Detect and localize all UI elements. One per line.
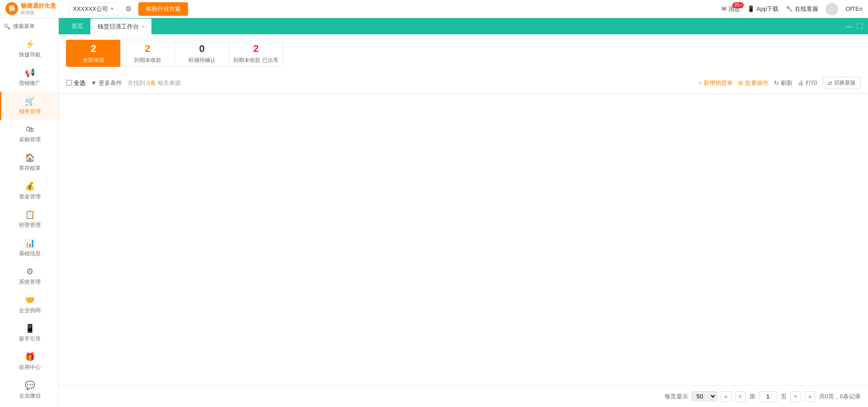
top-header: 畅 畅捷通好生意 标准版 XXXXXX公司 ▼ ⚙ 体验行业方案 ✉ 消息 99… [0,0,868,18]
inventory-icon: 🏠 [25,153,35,163]
found-text: 共找到 0条 相关单据 [127,79,181,87]
message-icon: ✉ [722,5,726,12]
username-label: OfTEn [845,5,863,12]
maximize-button[interactable]: ⛶ [856,23,863,30]
refresh-label: 刷新 [781,79,793,87]
logo-sub-text: 标准版 [21,9,56,15]
toolbar: 全选 ▼ 更多条件 共找到 0条 相关单据 + 新增销货单 ⊞ [59,72,868,94]
sidebar-item-purchase[interactable]: 🛍 采购管理 [0,120,58,148]
sidebar-item-app-center[interactable]: 🎁 应用中心 [0,347,58,376]
filter-button[interactable]: ▼ 更多条件 [91,79,122,87]
found-suffix: 相关单据 [157,80,181,86]
print-icon: 🖨 [798,80,804,86]
first-page-button[interactable]: « [721,391,731,402]
tab-cashflow[interactable]: 钱货日清工作台 × [90,19,151,35]
sidebar-label-guide: 新手引导 [19,335,41,343]
sidebar-item-system[interactable]: ⚙ 系统管理 [0,262,58,290]
app-download-label: App下载 [756,5,778,13]
content-area: 首页 钱货日清工作台 × — ⛶ 2 全部单据 2 到期未收款 [59,18,868,407]
sidebar-item-member[interactable]: V 畅会员 [0,404,58,407]
stat-tab-overdue-unpaid[interactable]: 2 到期未收款 [120,40,175,67]
total-text: 共0页，0条记录 [819,393,861,401]
sidebar-item-basic-info[interactable]: 📊 基础信息 [0,234,58,262]
per-page-label: 每页显示 [665,393,688,401]
select-all-input[interactable] [66,80,72,86]
system-icon: ⚙ [26,267,33,276]
batch-operation-button[interactable]: ⊞ 批量操作 [738,79,769,87]
switch-version-button[interactable]: ⇄ 切换新版 [823,77,861,89]
sidebar-label-system: 系统管理 [19,278,41,286]
stat-label-overdue-unpaid: 到期未收款 [134,56,161,64]
stat-num-all: 2 [90,43,96,55]
settings-button[interactable]: ⚙ [122,3,135,15]
new-sale-button[interactable]: + 新增销货单 [698,79,733,87]
stat-num-overdue-unshipped: 2 [253,43,259,55]
next-page-button[interactable]: > [790,391,801,402]
sidebar-item-operations[interactable]: 📋 经营管理 [0,205,58,234]
stat-label-all: 全部单据 [83,56,104,64]
prev-page-button[interactable]: < [735,391,746,402]
stat-tab-pending-confirm[interactable]: 0 旺铺待确认 [175,40,229,67]
sidebar-label-marketing: 营销推广 [19,80,41,87]
tab-right-actions: — ⛶ [846,23,863,30]
search-menu-label: 搜索菜单 [13,23,35,30]
switch-label: 切换新版 [834,79,856,87]
sidebar-label-basic-info: 基础信息 [19,250,41,257]
basic-info-icon: 📊 [25,238,35,248]
page-content: 2 全部单据 2 到期未收款 0 旺铺待确认 2 到期未收款 已出库 [59,34,868,407]
print-button[interactable]: 🖨 打印 [798,79,817,87]
sidebar-label-cooperation: 企业协同 [19,307,41,314]
service-icon: 🔧 [786,5,793,12]
sidebar-item-guide[interactable]: 📱 新手引导 [0,319,58,347]
sidebar-label-operations: 经营管理 [19,221,41,229]
trial-button[interactable]: 体验行业方案 [138,2,188,16]
marketing-icon: 📢 [25,68,35,78]
tab-home[interactable]: 首页 [64,18,90,34]
stat-tab-all[interactable]: 2 全部单据 [66,40,120,67]
batch-label: 批量操作 [745,79,769,87]
stat-tab-overdue-unshipped[interactable]: 2 到期未收款 已出库 [229,40,283,67]
select-all-label: 全选 [74,79,85,87]
sidebar-item-cooperation[interactable]: 🤝 企业协同 [0,290,58,319]
header-right: ✉ 消息 99+ 📱 App下载 🔧 在线客服 OfTEn [722,3,863,15]
logo-icon: 畅 [5,2,18,15]
tab-close-icon[interactable]: × [142,24,144,29]
filter-label: 更多条件 [99,79,122,87]
stat-num-pending-confirm: 0 [199,43,204,55]
stat-num-overdue-unpaid: 2 [145,43,150,55]
tab-cashflow-label: 钱货日清工作台 [98,23,139,31]
tab-bar: 首页 钱货日清工作台 × — ⛶ [59,18,868,34]
sidebar-label-inventory: 库存核算 [19,164,41,172]
last-page-button[interactable]: » [805,391,816,402]
online-service-action[interactable]: 🔧 在线客服 [786,5,818,13]
search-menu[interactable]: 🔍 搜索菜单 [0,18,58,35]
message-action[interactable]: ✉ 消息 99+ [722,5,740,13]
sidebar-label-finance: 资金管理 [19,193,41,201]
purchase-icon: 🛍 [26,125,34,134]
sidebar-item-marketing[interactable]: 📢 营销推广 [0,63,58,92]
sidebar-item-quick-nav[interactable]: ⚡ 快捷导航 [0,35,58,63]
sidebar-item-sales[interactable]: 🛒 销售管理 [0,92,58,120]
sidebar-item-finance[interactable]: 💰 资金管理 [0,177,58,205]
select-all-checkbox[interactable]: 全选 [66,79,85,87]
chevron-down-icon: ▼ [110,6,114,11]
page-size-select[interactable]: 50 100 [692,391,717,402]
page-number-input[interactable] [759,391,777,402]
sidebar-label-app-center: 应用中心 [19,364,41,371]
logo-main-text: 畅捷通好生意 [21,2,56,10]
logo-area: 畅 畅捷通好生意 标准版 [5,2,56,16]
avatar[interactable] [826,3,838,15]
sidebar-label-quick-nav: 快捷导航 [19,51,41,59]
pagination: 每页显示 50 100 « < 第 页 > » 共0页，0条记录 [59,385,868,407]
tab-home-label: 首页 [71,22,83,30]
sidebar-item-wechat[interactable]: 💬 企业微信 [0,376,58,404]
refresh-button[interactable]: ↻ 刷新 [774,79,793,87]
minimize-button[interactable]: — [846,23,853,30]
cooperation-icon: 🤝 [25,295,35,305]
sidebar-label-purchase: 采购管理 [19,136,41,144]
sidebar-item-inventory[interactable]: 🏠 库存核算 [0,148,58,177]
company-selector[interactable]: XXXXXX公司 ▼ [69,3,118,15]
app-download-action[interactable]: 📱 App下载 [747,5,778,13]
batch-icon: ⊞ [738,80,743,86]
quick-nav-icon: ⚡ [25,39,35,49]
